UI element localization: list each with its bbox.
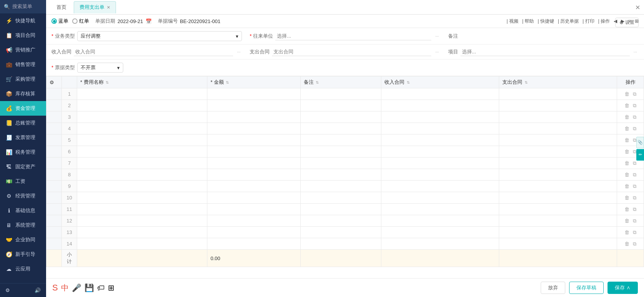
th-note[interactable]: 备注 ⇅ [300,76,381,88]
row-income-contract-10[interactable] [381,192,499,204]
row-amount-11[interactable] [207,204,301,215]
sidebar-item-invoice[interactable]: 🧾发票管理 [0,130,46,145]
project-input[interactable] [460,48,630,56]
row-income-contract-12[interactable] [381,215,499,227]
sidebar-item-sales[interactable]: 💼销售管理 [0,57,46,72]
row-income-contract-9[interactable] [381,181,499,192]
row-amount-10[interactable] [207,192,301,204]
row-amount-4[interactable] [207,123,301,134]
business-type-select[interactable]: 应付调整 ▾ [77,31,242,41]
row-expense-contract-4[interactable] [499,123,617,134]
row-expense-name-13[interactable] [77,227,207,238]
row-expense-contract-3[interactable] [499,111,617,123]
row-copy-12[interactable]: ⧉ [633,218,636,224]
row-expense-contract-6[interactable] [499,146,617,158]
partner-input[interactable] [275,32,431,40]
row-copy-14[interactable]: ⧉ [633,241,636,247]
row-delete-9[interactable]: 🗑 [624,183,629,189]
save-button[interactable]: 保存 ∧ [608,282,638,294]
row-copy-7[interactable]: ⧉ [633,160,636,166]
row-amount-14[interactable] [207,238,301,250]
toolbar-action-打印[interactable]: | 打印 [583,18,594,25]
row-expense-name-9[interactable] [77,181,207,192]
row-note-7[interactable] [300,158,381,169]
row-delete-3[interactable]: 🗑 [624,114,629,120]
row-amount-8[interactable] [207,169,301,181]
radio-red[interactable]: 红单 [72,18,89,25]
sidebar-item-marketing[interactable]: 📢营销推广 [0,43,46,57]
row-note-10[interactable] [300,192,381,204]
row-income-contract-11[interactable] [381,204,499,215]
th-gear[interactable]: ⚙ [46,76,62,88]
row-copy-10[interactable]: ⧉ [633,195,636,201]
row-note-2[interactable] [300,100,381,111]
right-tab-2[interactable]: ✏ [636,149,644,161]
row-expense-contract-2[interactable] [499,100,617,111]
row-delete-5[interactable]: 🗑 [624,137,629,143]
row-copy-11[interactable]: ⧉ [633,206,636,212]
row-amount-13[interactable] [207,227,301,238]
row-amount-9[interactable] [207,181,301,192]
sidebar-item-project-contract[interactable]: 📋项目合同 [0,28,46,43]
row-amount-1[interactable] [207,88,301,100]
sidebar-item-tax[interactable]: 📊税务管理 [0,145,46,159]
row-expense-name-6[interactable] [77,146,207,158]
row-note-13[interactable] [300,227,381,238]
row-expense-contract-13[interactable] [499,227,617,238]
row-copy-8[interactable]: ⧉ [633,172,636,178]
toolbar-action-历史单据[interactable]: | 历史单据 [558,18,579,25]
sidebar-item-guide[interactable]: 🧭新手引导 [0,247,46,262]
sidebar-item-operations[interactable]: ⚙经营管理 [0,189,46,203]
sidebar-item-basic-info[interactable]: ℹ基础信息 [0,203,46,218]
row-expense-name-14[interactable] [77,238,207,250]
row-expense-contract-8[interactable] [499,169,617,181]
sidebar-item-ledger[interactable]: 📒总账管理 [0,116,46,130]
project-ellipsis[interactable]: ··· [632,50,639,54]
row-delete-4[interactable]: 🗑 [624,126,629,131]
row-expense-contract-1[interactable] [499,88,617,100]
row-delete-14[interactable]: 🗑 [624,241,629,247]
row-expense-contract-5[interactable] [499,134,617,146]
th-amount[interactable]: * 金额 ⇅ [207,76,301,88]
row-note-6[interactable] [300,146,381,158]
row-expense-name-11[interactable] [77,204,207,215]
sidebar-item-inventory[interactable]: 📦库存核算 [0,86,46,101]
row-note-5[interactable] [300,134,381,146]
row-copy-9[interactable]: ⧉ [633,183,636,189]
row-income-contract-5[interactable] [381,134,499,146]
row-income-contract-4[interactable] [381,123,499,134]
expense-contract-input[interactable] [272,48,431,56]
row-income-contract-6[interactable] [381,146,499,158]
sidebar-item-capital[interactable]: 💰资金管理 [0,101,46,116]
toolbar-action-帮助[interactable]: | 帮助 [522,18,534,25]
save-draft-button[interactable]: 保存草稿 [569,282,604,294]
row-amount-7[interactable] [207,158,301,169]
th-income-contract[interactable]: 收入合同 ⇅ [381,76,499,88]
volume-icon[interactable]: 🔊 [35,287,41,293]
row-income-contract-7[interactable] [381,158,499,169]
tab-expense[interactable]: 费用支出单✕ [74,1,116,13]
row-delete-6[interactable]: 🗑 [624,149,629,154]
settings-icon[interactable]: ⚙ [5,287,10,293]
row-expense-contract-9[interactable] [499,181,617,192]
row-income-contract-2[interactable] [381,100,499,111]
row-income-contract-8[interactable] [381,169,499,181]
row-expense-contract-12[interactable] [499,215,617,227]
sidebar-item-quick-nav[interactable]: ⚡快捷导航 [0,13,46,28]
row-amount-12[interactable] [207,215,301,227]
row-note-4[interactable] [300,123,381,134]
discard-button[interactable]: 放弃 [541,282,565,294]
row-delete-13[interactable]: 🗑 [624,229,629,235]
row-note-14[interactable] [300,238,381,250]
row-amount-5[interactable] [207,134,301,146]
row-amount-3[interactable] [207,111,301,123]
row-expense-contract-14[interactable] [499,238,617,250]
calendar-icon[interactable]: 📅 [146,18,152,24]
invoice-type-select[interactable]: 不开票 ▾ [77,63,123,73]
row-income-contract-1[interactable] [381,88,499,100]
row-delete-1[interactable]: 🗑 [624,91,629,97]
row-copy-3[interactable]: ⧉ [633,114,636,120]
row-expense-name-10[interactable] [77,192,207,204]
settings-button[interactable]: ⚙ 设置 [615,18,639,27]
row-delete-12[interactable]: 🗑 [624,218,629,224]
